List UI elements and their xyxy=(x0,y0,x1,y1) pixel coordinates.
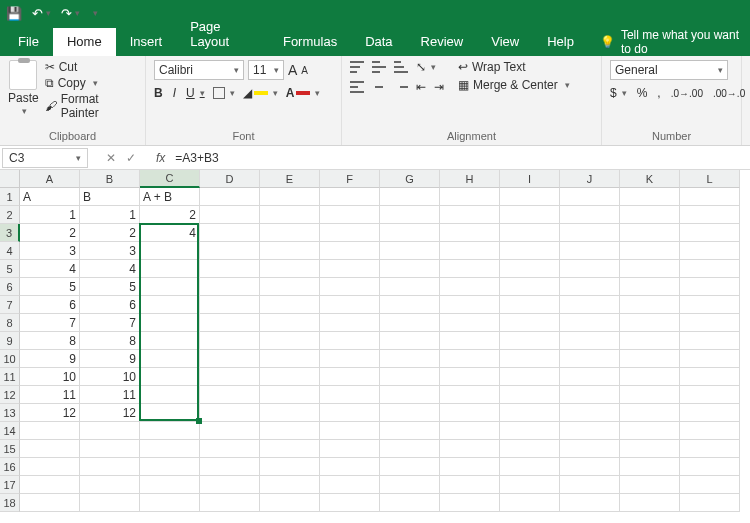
save-icon[interactable]: 💾 xyxy=(6,6,22,21)
cell-B1[interactable]: B xyxy=(80,188,140,206)
cell-D14[interactable] xyxy=(200,422,260,440)
cell-K4[interactable] xyxy=(620,242,680,260)
cell-C9[interactable] xyxy=(140,332,200,350)
cell-D7[interactable] xyxy=(200,296,260,314)
cell-H5[interactable] xyxy=(440,260,500,278)
cell-E15[interactable] xyxy=(260,440,320,458)
cell-J9[interactable] xyxy=(560,332,620,350)
select-all-corner[interactable] xyxy=(0,170,20,188)
undo-icon[interactable]: ↶▾ xyxy=(32,6,51,21)
cell-A9[interactable]: 8 xyxy=(20,332,80,350)
column-header-K[interactable]: K xyxy=(620,170,680,188)
cell-B14[interactable] xyxy=(80,422,140,440)
increase-indent-button[interactable]: ⇥ xyxy=(434,80,444,94)
cell-D3[interactable] xyxy=(200,224,260,242)
column-header-C[interactable]: C xyxy=(140,170,200,188)
cell-C10[interactable] xyxy=(140,350,200,368)
cell-E17[interactable] xyxy=(260,476,320,494)
cell-J11[interactable] xyxy=(560,368,620,386)
cell-G4[interactable] xyxy=(380,242,440,260)
bold-button[interactable]: B xyxy=(154,86,163,100)
column-header-L[interactable]: L xyxy=(680,170,740,188)
cell-A16[interactable] xyxy=(20,458,80,476)
cell-D17[interactable] xyxy=(200,476,260,494)
number-format-combo[interactable]: General▾ xyxy=(610,60,728,80)
row-header-11[interactable]: 11 xyxy=(0,368,20,386)
cell-D18[interactable] xyxy=(200,494,260,512)
row-header-13[interactable]: 13 xyxy=(0,404,20,422)
cell-B5[interactable]: 4 xyxy=(80,260,140,278)
cell-L14[interactable] xyxy=(680,422,740,440)
cell-C1[interactable]: A + B xyxy=(140,188,200,206)
cell-H15[interactable] xyxy=(440,440,500,458)
cell-F8[interactable] xyxy=(320,314,380,332)
cell-C14[interactable] xyxy=(140,422,200,440)
column-header-I[interactable]: I xyxy=(500,170,560,188)
fx-icon[interactable]: fx xyxy=(156,151,165,165)
cell-H18[interactable] xyxy=(440,494,500,512)
enter-formula-button[interactable]: ✓ xyxy=(126,151,136,165)
cell-L6[interactable] xyxy=(680,278,740,296)
cell-K13[interactable] xyxy=(620,404,680,422)
cell-F11[interactable] xyxy=(320,368,380,386)
column-header-F[interactable]: F xyxy=(320,170,380,188)
cell-A1[interactable]: A xyxy=(20,188,80,206)
cell-C11[interactable] xyxy=(140,368,200,386)
cell-I6[interactable] xyxy=(500,278,560,296)
cell-C12[interactable] xyxy=(140,386,200,404)
tell-me-search[interactable]: 💡 Tell me what you want to do xyxy=(600,28,750,56)
cell-C3[interactable]: 4 xyxy=(140,224,200,242)
cell-J10[interactable] xyxy=(560,350,620,368)
paste-button[interactable]: Paste ▾ xyxy=(8,60,39,120)
align-bottom-button[interactable] xyxy=(394,61,408,73)
format-painter-button[interactable]: Format Painter xyxy=(45,92,137,120)
cell-C16[interactable] xyxy=(140,458,200,476)
decrease-indent-button[interactable]: ⇤ xyxy=(416,80,426,94)
cell-H1[interactable] xyxy=(440,188,500,206)
cell-I12[interactable] xyxy=(500,386,560,404)
cell-E14[interactable] xyxy=(260,422,320,440)
align-top-button[interactable] xyxy=(350,61,364,73)
cell-B2[interactable]: 1 xyxy=(80,206,140,224)
cell-J17[interactable] xyxy=(560,476,620,494)
cell-J3[interactable] xyxy=(560,224,620,242)
column-header-E[interactable]: E xyxy=(260,170,320,188)
cell-A2[interactable]: 1 xyxy=(20,206,80,224)
cell-B18[interactable] xyxy=(80,494,140,512)
cell-G12[interactable] xyxy=(380,386,440,404)
cell-A17[interactable] xyxy=(20,476,80,494)
cell-F1[interactable] xyxy=(320,188,380,206)
cell-D8[interactable] xyxy=(200,314,260,332)
cell-K7[interactable] xyxy=(620,296,680,314)
cell-D15[interactable] xyxy=(200,440,260,458)
cell-B11[interactable]: 10 xyxy=(80,368,140,386)
cell-K17[interactable] xyxy=(620,476,680,494)
cell-C17[interactable] xyxy=(140,476,200,494)
cell-K15[interactable] xyxy=(620,440,680,458)
cell-E8[interactable] xyxy=(260,314,320,332)
cell-G8[interactable] xyxy=(380,314,440,332)
tab-help[interactable]: Help xyxy=(533,28,588,56)
cell-G1[interactable] xyxy=(380,188,440,206)
cancel-formula-button[interactable]: ✕ xyxy=(106,151,116,165)
cell-D4[interactable] xyxy=(200,242,260,260)
cell-G5[interactable] xyxy=(380,260,440,278)
cell-E18[interactable] xyxy=(260,494,320,512)
column-header-B[interactable]: B xyxy=(80,170,140,188)
cell-L16[interactable] xyxy=(680,458,740,476)
cell-K9[interactable] xyxy=(620,332,680,350)
tab-insert[interactable]: Insert xyxy=(116,28,177,56)
cell-I10[interactable] xyxy=(500,350,560,368)
cell-A8[interactable]: 7 xyxy=(20,314,80,332)
cell-L3[interactable] xyxy=(680,224,740,242)
cell-B3[interactable]: 2 xyxy=(80,224,140,242)
cell-H3[interactable] xyxy=(440,224,500,242)
tab-data[interactable]: Data xyxy=(351,28,406,56)
cell-H7[interactable] xyxy=(440,296,500,314)
cell-B15[interactable] xyxy=(80,440,140,458)
cell-I13[interactable] xyxy=(500,404,560,422)
align-right-button[interactable] xyxy=(394,81,408,93)
cell-F4[interactable] xyxy=(320,242,380,260)
cell-K8[interactable] xyxy=(620,314,680,332)
cell-B13[interactable]: 12 xyxy=(80,404,140,422)
